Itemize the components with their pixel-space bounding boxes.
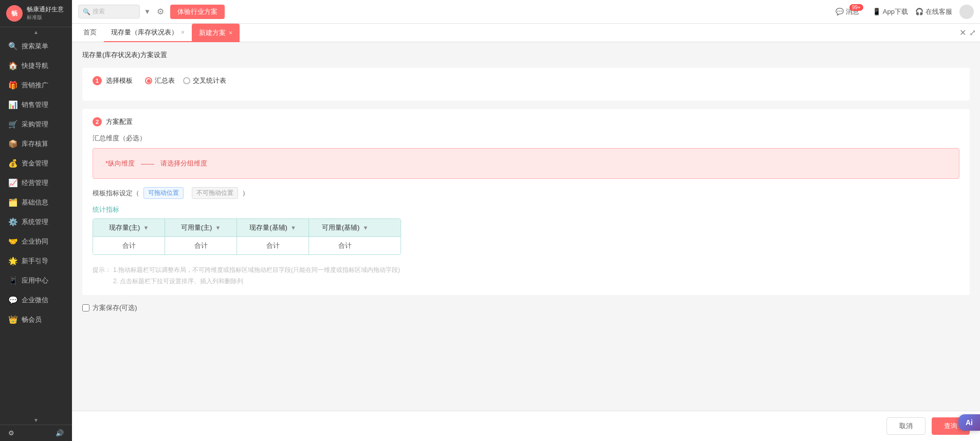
col-dropdown-icon[interactable]: ▼ (291, 225, 296, 231)
page-title: 现存量(库存状况表)方案设置 (82, 50, 970, 60)
close-window-icon[interactable]: ✕ (959, 28, 966, 38)
metrics-table-header: 现存量(主) ▼ 可用量(主) ▼ 现存量(基辅) ▼ 可用量(基辅) ▼ (93, 219, 401, 236)
sidebar-item-wechat[interactable]: 💬 企业微信 (0, 290, 72, 310)
phone-icon: 📱 (8, 276, 17, 285)
step2-badge: 2 (93, 117, 102, 126)
topbar-right: 💬 消息 99+ 📱 App下载 🎧 在线客服 (836, 5, 974, 19)
sidebar-item-inventory[interactable]: 📦 库存核算 (0, 134, 72, 154)
col-current-aux[interactable]: 现存量(基辅) ▼ (237, 219, 309, 236)
sidebar-item-label: 销售管理 (22, 100, 48, 109)
topbar: 🔍 搜索 ▼ ⚙ 体验行业方案 💬 消息 99+ 📱 App下载 🎧 在线客服 (72, 0, 980, 24)
metrics-settings-suffix: ） (242, 189, 249, 198)
metrics-table-body: 合计 合计 合计 合计 (93, 236, 401, 254)
radio-summary[interactable]: 汇总表 (145, 76, 175, 85)
online-service-button[interactable]: 🎧 在线客服 (915, 7, 952, 16)
sidebar-item-label: 快捷导航 (22, 61, 48, 70)
main-area: 🔍 搜索 ▼ ⚙ 体验行业方案 💬 消息 99+ 📱 App下载 🎧 在线客服 (72, 0, 980, 441)
col-available-main[interactable]: 可用量(主) ▼ (165, 219, 237, 236)
message-icon: 💬 (836, 8, 844, 15)
sidebar-item-label: 资金管理 (22, 159, 48, 168)
cell-total-2: 合计 (165, 237, 237, 254)
metrics-settings-label: 模板指标设定（ (93, 189, 139, 198)
audio-icon[interactable]: 🔊 (56, 429, 64, 437)
tab-inventory-status[interactable]: 现存量（库存状况表） × (104, 24, 192, 42)
app-name: 畅康通好生意 (27, 6, 64, 14)
message-button[interactable]: 💬 消息 99+ (836, 7, 859, 16)
chart-icon: 📊 (8, 100, 17, 109)
tab-new-plan-label: 新建方案 (199, 28, 226, 38)
gear-icon: ⚙️ (8, 217, 17, 227)
sidebar-item-label: 畅会员 (22, 315, 42, 324)
col-current-main[interactable]: 现存量(主) ▼ (93, 219, 165, 236)
step2-header: 2 方案配置 (93, 117, 959, 126)
trial-button[interactable]: 体验行业方案 (170, 5, 225, 19)
handshake-icon: 🤝 (8, 237, 17, 246)
sidebar-item-sales[interactable]: 📊 销售管理 (0, 95, 72, 115)
headset-icon: 🎧 (915, 8, 923, 15)
sidebar-item-contract[interactable]: 🤝 企业协同 (0, 232, 72, 251)
col-dropdown-icon[interactable]: ▼ (362, 225, 368, 231)
tab-home[interactable]: 首页 (76, 24, 104, 42)
crown-icon: 👑 (8, 315, 17, 324)
phone-icon: 📱 (873, 8, 881, 15)
dimension-dash: —— (141, 160, 154, 168)
col-label: 可用量(主) (181, 223, 212, 232)
sidebar-item-finance[interactable]: 💰 资金管理 (0, 154, 72, 173)
metrics-table: 现存量(主) ▼ 可用量(主) ▼ 现存量(基辅) ▼ 可用量(基辅) ▼ (93, 218, 401, 255)
sidebar-item-marketing[interactable]: 🎁 营销推广 (0, 76, 72, 95)
radio-summary-circle (145, 77, 152, 84)
cancel-button[interactable]: 取消 (886, 417, 925, 435)
sidebar-item-newbie[interactable]: 🌟 新手引导 (0, 251, 72, 271)
sidebar-scroll-down[interactable]: ▼ (0, 415, 72, 425)
sidebar-item-purchase[interactable]: 🛒 采购管理 (0, 115, 72, 134)
step1-badge: 1 (93, 76, 102, 85)
tips-section: 提示： 1.拖动标题栏可以调整布局，不可跨维度或指标区域拖动栏目字段(只能在同一… (93, 265, 959, 287)
app-version: 标准版 (27, 14, 64, 21)
sidebar-item-label: 搜索菜单 (22, 42, 48, 51)
tab-new-plan-close[interactable]: × (229, 29, 232, 36)
sidebar-item-basic[interactable]: 🗂️ 基础信息 (0, 193, 72, 212)
dimension-area[interactable]: *纵向维度 —— 请选择分组维度 (93, 148, 959, 179)
maximize-icon[interactable]: ⤢ (969, 28, 976, 38)
gear-icon[interactable]: ⚙ (157, 7, 164, 16)
box-icon: 📦 (8, 139, 17, 149)
sidebar-item-app-center[interactable]: 📱 应用中心 (0, 271, 72, 290)
dimension-section-label: 汇总维度（必选） (93, 134, 959, 143)
sidebar-item-member[interactable]: 👑 畅会员 (0, 310, 72, 329)
app-logo-icon: 畅 (6, 5, 23, 22)
vertical-dimension-label: *纵向维度 (105, 159, 135, 168)
settings-bottom-icon[interactable]: ⚙ (8, 429, 14, 437)
sidebar-item-business[interactable]: 📈 经营管理 (0, 173, 72, 193)
sidebar: 畅 畅康通好生意 标准版 ▲ 🔍 搜索菜单 🏠 快捷导航 🎁 营销推广 📊 销售… (0, 0, 72, 441)
sidebar-item-label: 系统管理 (22, 217, 48, 227)
tab-new-plan[interactable]: 新建方案 × (192, 24, 240, 42)
sidebar-item-search[interactable]: 🔍 搜索菜单 (0, 36, 72, 56)
step1-title: 选择模板 (106, 76, 133, 85)
home-icon: 🏠 (8, 61, 17, 70)
user-avatar[interactable] (959, 5, 974, 19)
sidebar-scroll-up[interactable]: ▲ (0, 27, 72, 36)
step2-section: 2 方案配置 汇总维度（必选） *纵向维度 —— 请选择分组维度 模板指标设定（… (82, 109, 970, 295)
col-dropdown-icon[interactable]: ▼ (143, 225, 149, 231)
search-box[interactable]: 🔍 搜索 (78, 5, 140, 19)
col-dropdown-icon[interactable]: ▼ (215, 225, 221, 231)
metrics-settings-row: 模板指标设定（ 可拖动位置 不可拖动位置 ） (93, 187, 959, 199)
sidebar-item-label: 企业协同 (22, 237, 48, 246)
sidebar-item-label: 基础信息 (22, 198, 48, 207)
step1-header: 1 选择模板 汇总表 交叉统计表 (93, 76, 959, 85)
sidebar-item-quick-nav[interactable]: 🏠 快捷导航 (0, 56, 72, 76)
message-badge: 99+ (849, 4, 863, 11)
sidebar-item-label: 新手引导 (22, 256, 48, 266)
tab-home-label: 首页 (83, 28, 97, 37)
save-option-label: 方案保存(可选) (93, 303, 137, 313)
tab-inventory-close[interactable]: × (181, 29, 185, 36)
sidebar-item-system[interactable]: ⚙️ 系统管理 (0, 212, 72, 232)
app-download-button[interactable]: 📱 App下载 (873, 7, 908, 16)
sidebar-item-label: 应用中心 (22, 276, 48, 285)
save-checkbox[interactable] (82, 304, 89, 311)
radio-cross[interactable]: 交叉统计表 (183, 76, 226, 85)
cell-total-3: 合计 (237, 237, 309, 254)
col-available-aux[interactable]: 可用量(基辅) ▼ (309, 219, 381, 236)
ai-bubble[interactable]: Ai (958, 414, 980, 431)
dropdown-arrow-icon[interactable]: ▼ (144, 8, 151, 15)
